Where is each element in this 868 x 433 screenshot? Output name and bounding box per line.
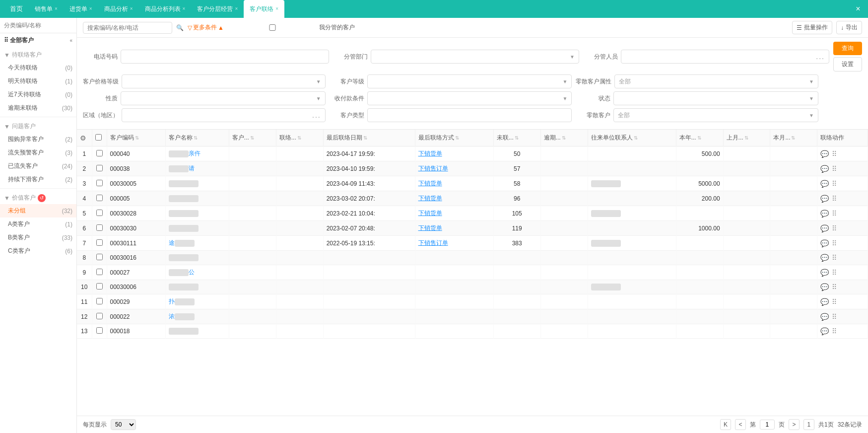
all-customers-header[interactable]: ⠿ 全部客户 « xyxy=(0,33,76,48)
cell-action[interactable]: 💬 ⠿ xyxy=(817,221,868,236)
my-customer-check-input[interactable] xyxy=(228,24,317,31)
close-tab-icon[interactable]: × xyxy=(235,0,238,18)
more-icon[interactable]: ⠿ xyxy=(832,180,837,188)
tab-product-analysis[interactable]: 商品分析 × xyxy=(98,0,139,18)
cell-name[interactable] xyxy=(165,324,229,339)
filter-input-phone[interactable] xyxy=(121,50,329,64)
cell-action[interactable]: 💬 ⠿ xyxy=(817,236,868,251)
more-icon[interactable]: ⠿ xyxy=(832,239,837,247)
cell-last-method[interactable]: 下销货单 xyxy=(415,191,493,206)
filter-input-cust-level[interactable]: ▼ xyxy=(367,74,572,88)
last-method-link[interactable]: 下销货单 xyxy=(418,210,442,216)
cell-name[interactable] xyxy=(165,176,229,191)
cell-checkbox[interactable] xyxy=(92,309,107,324)
row-checkbox[interactable] xyxy=(96,150,103,156)
chat-icon[interactable]: 💬 xyxy=(820,269,829,277)
cell-last-method[interactable]: 下销货单 xyxy=(415,176,493,191)
cell-checkbox[interactable] xyxy=(92,206,107,221)
sidebar-item-overdue-contact[interactable]: 逾期未联络 (30) xyxy=(0,101,76,115)
filter-input-nature[interactable]: ▼ xyxy=(121,91,326,105)
more-icon[interactable]: ⠿ xyxy=(832,283,837,291)
export-button[interactable]: ↓ 导出 xyxy=(836,21,862,34)
cell-name[interactable]: 途 xyxy=(165,236,229,251)
row-checkbox[interactable] xyxy=(96,210,103,216)
filter-input-retail-cust[interactable]: 全部▼ xyxy=(613,108,818,122)
chat-icon[interactable]: 💬 xyxy=(820,195,829,203)
cell-action[interactable]: 💬 ⠿ xyxy=(817,176,868,191)
more-icon[interactable]: ⠿ xyxy=(832,150,837,158)
select-all-checkbox[interactable] xyxy=(95,134,102,141)
more-icon[interactable]: ⠿ xyxy=(832,224,837,232)
last-method-link[interactable]: 下销货单 xyxy=(418,224,442,231)
cell-action[interactable]: 💬 ⠿ xyxy=(817,280,868,294)
cell-checkbox[interactable] xyxy=(92,176,107,191)
row-checkbox[interactable] xyxy=(96,313,103,319)
filter-input-manager[interactable]: ... xyxy=(621,50,829,64)
chat-icon[interactable]: 💬 xyxy=(820,150,829,158)
filter-input-retail-attr[interactable]: 全部▼ xyxy=(614,74,818,88)
more-filter-button[interactable]: ▽ 更多条件 ▲ xyxy=(188,23,224,32)
last-method-link[interactable]: 下销售订单 xyxy=(418,239,448,246)
cell-last-method[interactable]: 下销售订单 xyxy=(415,236,493,251)
tab-customer-segment[interactable]: 客户分层经营 × xyxy=(191,0,244,18)
row-checkbox[interactable] xyxy=(96,298,103,304)
chat-icon[interactable]: 💬 xyxy=(820,180,829,188)
cell-last-method[interactable]: 下销货单 xyxy=(415,146,493,161)
close-tab-icon[interactable]: × xyxy=(55,0,58,18)
row-checkbox[interactable] xyxy=(96,327,103,334)
last-method-link[interactable]: 下销货单 xyxy=(418,150,442,157)
query-button[interactable]: 查询 xyxy=(833,42,862,55)
cell-action[interactable]: 💬 ⠿ xyxy=(817,309,868,324)
sidebar-search-input[interactable] xyxy=(4,22,77,29)
filter-input-cust-type[interactable] xyxy=(367,108,572,122)
cell-checkbox[interactable] xyxy=(92,221,107,236)
cell-action[interactable]: 💬 ⠿ xyxy=(817,324,868,339)
row-checkbox[interactable] xyxy=(96,180,103,186)
row-checkbox[interactable] xyxy=(96,165,103,171)
sidebar-item-class-a[interactable]: A类客户 (1) xyxy=(0,217,76,231)
cell-name[interactable]: 浓 xyxy=(165,309,229,324)
chat-icon[interactable]: 💬 xyxy=(820,327,829,335)
row-checkbox[interactable] xyxy=(96,269,103,275)
cell-last-method[interactable] xyxy=(415,309,493,324)
filter-input-price-level[interactable]: ▼ xyxy=(122,74,326,88)
cell-name[interactable]: 公 xyxy=(165,265,229,280)
cell-action[interactable]: 💬 ⠿ xyxy=(817,146,868,161)
last-method-link[interactable]: 下销货单 xyxy=(418,195,442,202)
sidebar-item-7days-contact[interactable]: 近7天待联络 (0) xyxy=(0,88,76,101)
next-page-button[interactable]: > xyxy=(789,419,800,430)
sidebar-item-tomorrow-contact[interactable]: 明天待联络 (1) xyxy=(0,74,76,88)
filter-input-status[interactable]: ▼ xyxy=(613,91,818,105)
row-checkbox[interactable] xyxy=(96,254,103,260)
page-number-input[interactable] xyxy=(760,420,775,430)
tab-purchase-order[interactable]: 进货单 × xyxy=(64,0,98,18)
sidebar-item-today-contact[interactable]: 今天待联络 (0) xyxy=(0,61,76,74)
cell-last-method[interactable] xyxy=(415,280,493,294)
cell-name[interactable]: 亲仵 xyxy=(165,146,229,161)
prev-page-button[interactable]: < xyxy=(735,419,746,430)
close-tab-icon[interactable]: × xyxy=(275,0,278,18)
cell-name[interactable] xyxy=(165,191,229,206)
filter-input-dept[interactable]: ▼ xyxy=(371,50,579,64)
th-settings[interactable]: ⚙ xyxy=(77,130,92,146)
sidebar-item-declining[interactable]: 持续下滑客户 (2) xyxy=(0,173,76,186)
cell-name[interactable] xyxy=(165,280,229,294)
cell-last-method[interactable]: 下销售订单 xyxy=(415,161,493,176)
chat-icon[interactable]: 💬 xyxy=(820,239,829,247)
tab-customer-contact[interactable]: 客户联络 × xyxy=(244,0,284,18)
tab-product-analysis-list[interactable]: 商品分析列表 × xyxy=(139,0,192,18)
cell-last-method[interactable]: 下销货单 xyxy=(415,206,493,221)
chat-icon[interactable]: 💬 xyxy=(820,313,829,321)
row-checkbox[interactable] xyxy=(96,239,103,246)
more-icon[interactable]: ⠿ xyxy=(832,195,837,203)
page-size-select[interactable]: 50 20 100 xyxy=(111,419,136,430)
cell-checkbox[interactable] xyxy=(92,191,107,206)
cell-action[interactable]: 💬 ⠿ xyxy=(817,294,868,309)
sidebar-item-ungroup[interactable]: 未分组 (32) xyxy=(0,204,76,217)
gear-icon[interactable]: ⚙ xyxy=(80,134,86,142)
last-page-button[interactable]: 1 xyxy=(803,419,814,430)
cell-action[interactable]: 💬 ⠿ xyxy=(817,161,868,176)
cell-action[interactable]: 💬 ⠿ xyxy=(817,251,868,265)
cell-last-method[interactable] xyxy=(415,251,493,265)
filter-input-payment[interactable]: ▼ xyxy=(367,91,572,105)
